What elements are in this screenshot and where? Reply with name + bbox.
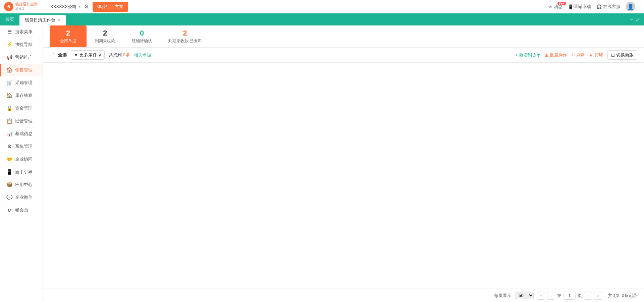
batch-label: 批量操作 bbox=[550, 52, 567, 58]
wechat-icon: 💬 bbox=[6, 194, 12, 200]
content-area: 2 全部单据 2 到期未收款 0 旺铺待确认 2 到期未收款 已出库 全选 ▼ … bbox=[43, 25, 644, 302]
pager-prev-button[interactable]: ‹ bbox=[547, 292, 555, 300]
stat-count-overdue-out: 2 bbox=[183, 29, 187, 38]
print-label: 打印 bbox=[595, 52, 603, 58]
sidebar-item-marketing[interactable]: 📢 营销推广 bbox=[0, 51, 43, 64]
found-text: 共找到 0条 bbox=[109, 52, 130, 58]
pager-next-button[interactable]: › bbox=[584, 292, 592, 300]
tab-workspace[interactable]: 钱货日清工作台 × bbox=[19, 15, 66, 25]
sidebar-item-guide[interactable]: 📱 新手引导 bbox=[0, 166, 43, 178]
page-input[interactable] bbox=[564, 292, 576, 300]
stats-tabs: 2 全部单据 2 到期未收款 0 旺铺待确认 2 到期未收款 已出库 bbox=[43, 25, 644, 48]
pager-page-label: 第 bbox=[557, 293, 561, 299]
sidebar-item-operations[interactable]: 📋 经营管理 bbox=[0, 115, 43, 127]
filter-icon: ▼ bbox=[74, 53, 78, 58]
sidebar-item-sales[interactable]: 🏠 销售管理 bbox=[0, 64, 43, 76]
filter-button[interactable]: ▼ 更多条件 ∨ bbox=[71, 50, 105, 60]
batch-operation-button[interactable]: ⊞ 批量操作 bbox=[545, 52, 567, 58]
sales-icon: 🏠 bbox=[6, 67, 12, 73]
sidebar-label-app-center: 应用中心 bbox=[15, 182, 33, 188]
page-size-label: 每页显示 bbox=[494, 293, 512, 299]
related-link[interactable]: 相关单据 bbox=[134, 52, 151, 58]
app-dl-icon: 📱 bbox=[568, 4, 573, 9]
service-icon: 🎧 bbox=[596, 4, 602, 9]
quick-nav-icon: ⚡ bbox=[6, 42, 12, 48]
stat-label-overdue: 到期未收款 bbox=[95, 38, 115, 44]
tab-minimize-btn[interactable]: − bbox=[630, 16, 633, 22]
search-menu-icon: ☰ bbox=[6, 29, 12, 35]
stat-count-overdue: 2 bbox=[103, 29, 107, 38]
sidebar-label-finance: 资金管理 bbox=[15, 105, 33, 111]
sidebar-label-search-menu: 搜索菜单 bbox=[15, 29, 33, 35]
stat-count-all: 2 bbox=[66, 29, 70, 38]
chevron-down-icon: ▼ bbox=[78, 5, 81, 8]
sidebar-item-quick-nav[interactable]: ⚡ 快捷导航 bbox=[0, 38, 43, 51]
stat-tab-all[interactable]: 2 全部单据 bbox=[50, 25, 87, 47]
sidebar-item-purchase[interactable]: 🛒 采购管理 bbox=[0, 76, 43, 89]
pager-first-button[interactable]: « bbox=[537, 292, 545, 300]
vip-icon: V bbox=[6, 207, 12, 213]
sidebar-label-purchase: 采购管理 bbox=[15, 80, 33, 86]
trial-button[interactable]: 体验行业方案 bbox=[93, 2, 128, 12]
refresh-icon: ↻ bbox=[571, 53, 575, 58]
toolbar-right: + 新增销货单 ⊞ 批量操作 ↻ 刷新 🖨 打印 ⊡ 切换新版 bbox=[515, 50, 637, 60]
add-sales-order-button[interactable]: + 新增销货单 bbox=[515, 52, 541, 58]
sidebar-item-vip[interactable]: V 畅会员 bbox=[0, 204, 43, 217]
logo-sub: 标准版 bbox=[15, 7, 38, 11]
refresh-button[interactable]: ↻ 刷新 bbox=[571, 52, 585, 58]
switch-version-button[interactable]: ⊡ 切换新版 bbox=[607, 50, 637, 60]
sidebar-item-enterprise[interactable]: 🤝 企业协同 bbox=[0, 153, 43, 166]
message-icon: ✉ bbox=[549, 4, 552, 9]
sidebar-label-wechat: 企业微信 bbox=[15, 194, 33, 200]
print-icon: 🖨 bbox=[589, 53, 593, 58]
stat-label-all: 全部单据 bbox=[60, 38, 76, 44]
sidebar-item-basic-info[interactable]: 📊 基础信息 bbox=[0, 127, 43, 140]
sidebar-item-wechat[interactable]: 💬 企业微信 bbox=[0, 191, 43, 204]
sidebar-label-operations: 经营管理 bbox=[15, 118, 33, 124]
sidebar-item-search-menu[interactable]: ☰ 搜索菜单 bbox=[0, 25, 43, 38]
refresh-label: 刷新 bbox=[576, 52, 585, 58]
tab-home[interactable]: 首页 bbox=[0, 13, 19, 25]
footer: 每页显示 20 50 100 « ‹ 第 页 › » 共0页, 0条记录 bbox=[43, 289, 644, 302]
sidebar-label-inventory: 库存核算 bbox=[15, 93, 33, 99]
sidebar-item-app-center[interactable]: 📦 应用中心 bbox=[0, 178, 43, 191]
top-right: ✉ 消息 99+ 📱 App下载 🎧 在线客服 👤 OfTEn bbox=[549, 0, 641, 13]
enterprise-icon: 🤝 bbox=[6, 156, 12, 162]
select-all-checkbox[interactable] bbox=[50, 53, 54, 57]
sidebar-item-inventory[interactable]: 🏠 库存核算 bbox=[0, 89, 43, 102]
page-size-select[interactable]: 20 50 100 bbox=[515, 292, 534, 299]
tab-close-icon[interactable]: × bbox=[58, 18, 60, 22]
stat-label-overdue-out: 到期未收款 已出库 bbox=[168, 38, 202, 44]
stat-tab-pending[interactable]: 0 旺铺待确认 bbox=[123, 25, 160, 47]
sidebar: ☰ 搜索菜单 ⚡ 快捷导航 📢 营销推广 🏠 销售管理 🛒 采购管理 🏠 库存核… bbox=[0, 25, 43, 302]
avatar-icon: 👤 bbox=[627, 4, 634, 10]
finance-icon: 🔒 bbox=[6, 105, 12, 111]
message-button[interactable]: ✉ 消息 99+ bbox=[549, 4, 562, 10]
tab-maximize-btn[interactable]: ⤢ bbox=[636, 16, 640, 23]
sidebar-label-vip: 畅会员 bbox=[15, 207, 28, 213]
pager: « ‹ 第 页 › » bbox=[537, 292, 602, 300]
table-area bbox=[43, 63, 644, 289]
tab-actions: − ⤢ bbox=[630, 13, 644, 25]
stat-tab-overdue[interactable]: 2 到期未收款 bbox=[87, 25, 123, 47]
avatar[interactable]: 👤 bbox=[626, 2, 635, 11]
logo-name: 畅捷通好生意 bbox=[15, 2, 38, 6]
settings-icon[interactable]: ⚙ bbox=[84, 3, 89, 10]
print-button[interactable]: 🖨 打印 bbox=[589, 52, 603, 58]
inventory-icon: 🏠 bbox=[6, 93, 12, 99]
main-layout: ☰ 搜索菜单 ⚡ 快捷导航 📢 营销推广 🏠 销售管理 🛒 采购管理 🏠 库存核… bbox=[0, 25, 644, 302]
total-text: 共0页, 0条记录 bbox=[608, 293, 637, 299]
toolbar: 全选 ▼ 更多条件 ∨ 共找到 0条 相关单据 + 新增销货单 ⊞ 批量操作 ↻… bbox=[43, 48, 644, 63]
sidebar-item-finance[interactable]: 🔒 资金管理 bbox=[0, 102, 43, 115]
company-selector[interactable]: XXXXXX公司 ▼ bbox=[50, 4, 81, 10]
online-service-button[interactable]: 🎧 在线客服 bbox=[596, 4, 621, 10]
basic-info-icon: 📊 bbox=[6, 131, 12, 137]
filter-chevron-icon: ∨ bbox=[98, 53, 102, 58]
stat-label-pending: 旺铺待确认 bbox=[132, 38, 152, 44]
stat-tab-overdue-out[interactable]: 2 到期未收款 已出库 bbox=[160, 25, 210, 47]
switch-icon: ⊡ bbox=[611, 53, 615, 58]
sidebar-item-system[interactable]: ⚙ 系统管理 bbox=[0, 140, 43, 153]
pager-last-button[interactable]: » bbox=[594, 292, 602, 300]
guide-icon: 📱 bbox=[6, 169, 12, 175]
app-center-icon: 📦 bbox=[6, 182, 12, 188]
